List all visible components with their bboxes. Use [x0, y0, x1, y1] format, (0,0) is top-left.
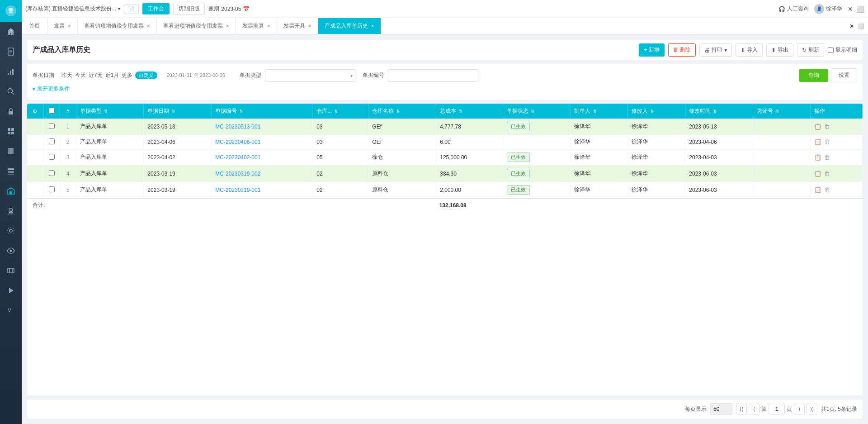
tab-product-inbound[interactable]: 产成品入库单历史 ✕ [318, 18, 381, 34]
col-warehouse-name[interactable]: 仓库名称 ⇅ [368, 104, 436, 119]
tab-invoice-open-close[interactable]: ✕ [308, 24, 311, 29]
row-checkbox-cell[interactable] [43, 135, 60, 149]
tab-invoice[interactable]: 发票 ✕ [47, 18, 78, 34]
sidebar-item-chart[interactable] [0, 62, 22, 81]
history-button[interactable]: 切到旧版 [173, 3, 205, 15]
sidebar-item-search[interactable] [0, 81, 22, 101]
last-page-button[interactable]: ⟩⟩ [807, 404, 817, 414]
doc-number-input[interactable] [388, 69, 478, 82]
per-page-select[interactable]: 50 10 20 100 [710, 403, 732, 415]
row-delete-icon[interactable]: 🗑 [824, 154, 830, 161]
row-checkbox-cell[interactable] [43, 182, 60, 198]
row-delete-icon[interactable]: 🗑 [824, 123, 830, 130]
tab-invoice-close[interactable]: ✕ [67, 24, 71, 29]
date-7days[interactable]: 近7天 [89, 71, 103, 79]
tab-product-inbound-close[interactable]: ✕ [371, 24, 374, 29]
row-edit-icon[interactable]: 📋 [814, 154, 821, 161]
date-more[interactable]: 更多 [122, 71, 132, 79]
sidebar-item-warehouse[interactable] [0, 181, 22, 201]
col-doc-status[interactable]: 单据状态 ⇅ [503, 104, 571, 119]
user-info[interactable]: 👤 徐泽华 [814, 4, 842, 14]
sidebar-item-lock[interactable] [0, 101, 22, 121]
tab-invoice-calc[interactable]: 发票测算 ✕ [236, 18, 277, 34]
row-edit-icon[interactable]: 📋 [814, 186, 821, 193]
date-yesterday[interactable]: 昨天 [61, 71, 72, 79]
import-button[interactable]: ⬇ 导入 [736, 43, 763, 57]
select-all-checkbox[interactable] [49, 108, 55, 114]
workbench-button[interactable]: 工作台 [142, 3, 170, 14]
row-checkbox[interactable] [49, 154, 55, 160]
settings-icon[interactable]: ⚙ [33, 108, 38, 114]
row-doc-number[interactable]: MC-20230319-002 [212, 166, 313, 182]
col-modify-time[interactable]: 修改时间 ⇅ [685, 104, 753, 119]
export-button[interactable]: ⬆ 导出 [766, 43, 793, 57]
sidebar-item-book[interactable] [0, 141, 22, 161]
row-edit-icon[interactable]: 📋 [814, 170, 821, 177]
row-checkbox-cell[interactable] [43, 119, 60, 135]
doc-number-link[interactable]: MC-20230402-001 [215, 154, 260, 161]
col-warehouse-code[interactable]: 仓库... ⇅ [313, 104, 368, 119]
print-button[interactable]: 🖨 打印 ▾ [699, 43, 732, 57]
row-doc-number[interactable]: MC-20230402-001 [212, 149, 313, 166]
col-doc-type[interactable]: 单据类型 ⇅ [76, 104, 144, 119]
tab-check-sales[interactable]: 查看销项增值税专用发票 ✕ [78, 18, 157, 34]
date-custom-tag[interactable]: 自定义 [135, 71, 157, 79]
date-1month[interactable]: 近1月 [105, 71, 119, 79]
row-checkbox[interactable] [49, 186, 55, 192]
maximize-window-icon[interactable]: ⬜ [857, 5, 864, 13]
row-checkbox[interactable] [49, 170, 55, 176]
col-voucher-no[interactable]: 凭证号 ⇅ [753, 104, 811, 119]
query-button[interactable]: 查询 [799, 69, 828, 82]
sidebar-item-grid[interactable] [0, 121, 22, 141]
new-button[interactable]: + 新增 [639, 43, 664, 57]
row-edit-icon[interactable]: 📋 [814, 123, 821, 130]
first-page-button[interactable]: ⟨⟨ [736, 404, 747, 414]
tab-home[interactable]: 首页 [22, 18, 47, 34]
date-today[interactable]: 今天 [75, 71, 86, 79]
display-toggle[interactable]: 显示明细 [828, 46, 857, 54]
expand-button[interactable]: ▾ 展开更多条件 [33, 85, 70, 93]
close-window-icon[interactable]: ✕ [848, 5, 853, 13]
col-checkbox[interactable] [43, 104, 60, 119]
col-settings[interactable]: ⚙ [27, 104, 43, 119]
doc-icon-button[interactable]: 📄 [124, 4, 139, 14]
sidebar-item-docs[interactable] [0, 42, 22, 62]
sidebar-item-storage[interactable] [0, 161, 22, 181]
page-number-input[interactable] [769, 404, 785, 414]
row-checkbox-cell[interactable] [43, 166, 60, 182]
sidebar-item-play[interactable] [0, 281, 22, 300]
delete-button[interactable]: 🗑 删除 [668, 43, 696, 57]
tab-invoice-open[interactable]: 发票开具 ✕ [277, 18, 318, 34]
app-logo[interactable] [0, 0, 22, 22]
doc-number-link[interactable]: MC-20230319-002 [215, 171, 260, 177]
doc-number-link[interactable]: MC-20230319-001 [215, 187, 260, 193]
row-doc-number[interactable]: MC-20230513-001 [212, 119, 313, 135]
sidebar-item-eye[interactable] [0, 241, 22, 261]
row-checkbox[interactable] [49, 138, 55, 144]
row-delete-icon[interactable]: 🗑 [824, 170, 830, 177]
next-page-button[interactable]: ⟩ [794, 404, 805, 414]
user-service[interactable]: 🎧 人工咨询 [778, 5, 809, 13]
col-modifier[interactable]: 修改人 ⇅ [628, 104, 685, 119]
row-doc-number[interactable]: MC-20230319-001 [212, 182, 313, 198]
doc-number-link[interactable]: MC-20230406-001 [215, 139, 260, 145]
tab-check-sales-close[interactable]: ✕ [146, 24, 150, 29]
refresh-button[interactable]: ↻ 刷新 [797, 43, 824, 57]
row-edit-icon[interactable]: 📋 [814, 138, 821, 145]
calendar-icon[interactable]: 📅 [243, 6, 250, 12]
row-doc-number[interactable]: MC-20230406-001 [212, 135, 313, 149]
row-delete-icon[interactable]: 🗑 [824, 186, 830, 193]
tab-check-purchase[interactable]: 查看进项增值税专用发票 ✕ [157, 18, 236, 34]
sidebar-item-home[interactable] [0, 22, 22, 42]
prev-page-button[interactable]: ⟨ [749, 404, 760, 414]
display-toggle-checkbox[interactable] [828, 47, 834, 53]
set-button[interactable]: 设置 [831, 68, 857, 82]
row-checkbox[interactable] [49, 123, 55, 129]
sidebar-item-stamp[interactable] [0, 201, 22, 221]
tab-close-all-icon[interactable]: ✕ [849, 23, 854, 29]
doc-type-select[interactable] [265, 69, 355, 82]
col-creator[interactable]: 制单人 ⇅ [571, 104, 628, 119]
row-delete-icon[interactable]: 🗑 [824, 138, 830, 145]
col-total-cost[interactable]: 总成本 ⇅ [436, 104, 503, 119]
doc-number-link[interactable]: MC-20230513-001 [215, 124, 260, 130]
